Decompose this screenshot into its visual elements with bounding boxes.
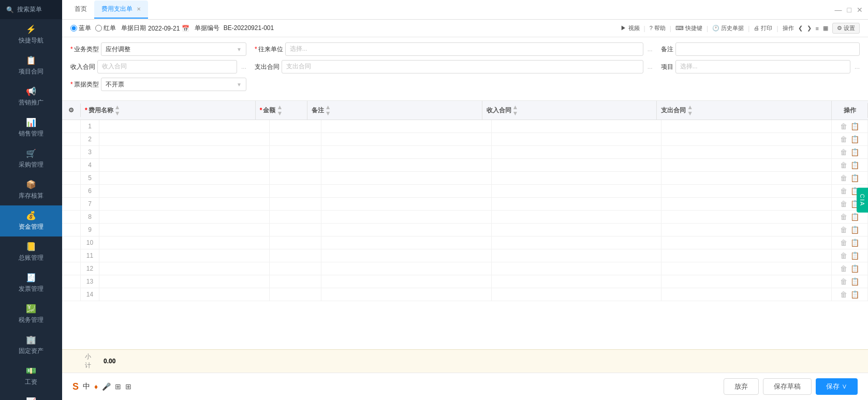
toolbar-video[interactable]: ▶ 视频	[621, 24, 639, 32]
td-amount-11[interactable]	[270, 249, 321, 262]
td-expense-2[interactable]	[661, 133, 832, 145]
row-delete-6[interactable]: 🗑	[840, 187, 847, 195]
sidebar-item-invoice[interactable]: 🧾发票管理	[0, 268, 62, 299]
row-copy-2[interactable]: 📋	[850, 135, 859, 143]
counterpart-input[interactable]: 选择...	[285, 42, 643, 56]
mic-icon[interactable]: 🎤	[102, 382, 111, 391]
td-income-2[interactable]	[492, 133, 662, 145]
brand-icon-s[interactable]: S	[72, 381, 79, 392]
save-draft-button[interactable]: 保存草稿	[763, 378, 812, 395]
td-income-14[interactable]	[492, 288, 662, 301]
td-income-4[interactable]	[492, 159, 662, 171]
td-amount-14[interactable]	[270, 288, 321, 301]
radio-blue-label[interactable]: 蓝单	[70, 24, 91, 33]
th-name-sort[interactable]: ▲▼	[114, 104, 121, 116]
td-expense-5[interactable]	[661, 172, 832, 184]
td-expense-11[interactable]	[661, 249, 832, 262]
row-delete-8[interactable]: 🗑	[840, 213, 847, 221]
td-expense-6[interactable]	[661, 185, 832, 197]
row-delete-11[interactable]: 🗑	[840, 251, 847, 260]
project-input[interactable]: 选择...	[675, 60, 850, 73]
td-income-10[interactable]	[492, 236, 662, 249]
td-name-7[interactable]	[99, 198, 270, 210]
window-maximize[interactable]: □	[847, 6, 851, 14]
toolbar-view-list[interactable]: ≡	[816, 25, 819, 32]
invoice-type-select[interactable]: 不开票 ▼	[101, 78, 246, 91]
toolbar-help[interactable]: ? 帮助	[650, 24, 666, 32]
sidebar-item-operations[interactable]: 📈经营管理	[0, 392, 62, 400]
save-button[interactable]: 保存 ∨	[816, 378, 858, 395]
td-income-6[interactable]	[492, 185, 662, 197]
toolbar-history[interactable]: 🕐 历史单据	[712, 24, 744, 32]
sidebar-item-fixed-assets[interactable]: 🏢固定资产	[0, 330, 62, 361]
th-settings[interactable]: ⚙	[62, 103, 81, 117]
td-expense-4[interactable]	[661, 159, 832, 171]
income-contract-input[interactable]: 收入合同	[97, 60, 237, 73]
tab-expense[interactable]: 费用支出单 ✕	[94, 1, 148, 19]
td-note-5[interactable]	[321, 172, 492, 184]
th-expense-contract-sort[interactable]: ▲▼	[687, 104, 693, 116]
td-name-13[interactable]	[99, 275, 270, 288]
td-amount-7[interactable]	[270, 198, 321, 210]
sidebar-item-accounting[interactable]: 📒总账管理	[0, 236, 62, 268]
td-expense-7[interactable]	[661, 198, 832, 210]
toolbar-nav-prev[interactable]: ❮	[798, 25, 803, 32]
td-note-10[interactable]	[321, 236, 492, 249]
chinese-icon[interactable]: 中	[83, 382, 90, 391]
td-name-10[interactable]	[99, 236, 270, 249]
td-amount-1[interactable]	[270, 120, 321, 132]
td-amount-3[interactable]	[270, 146, 321, 158]
td-name-1[interactable]	[99, 120, 270, 132]
row-delete-5[interactable]: 🗑	[840, 174, 847, 182]
td-amount-4[interactable]	[270, 159, 321, 171]
td-name-11[interactable]	[99, 249, 270, 262]
row-delete-4[interactable]: 🗑	[840, 161, 847, 169]
counterpart-dots[interactable]: ...	[648, 46, 653, 53]
td-name-14[interactable]	[99, 288, 270, 301]
discard-button[interactable]: 放弃	[724, 378, 759, 395]
expense-contract-dots[interactable]: ...	[648, 63, 653, 70]
row-copy-4[interactable]: 📋	[850, 161, 859, 169]
row-copy-11[interactable]: 📋	[850, 251, 859, 260]
row-copy-13[interactable]: 📋	[850, 277, 859, 286]
row-delete-14[interactable]: 🗑	[840, 290, 847, 299]
td-note-3[interactable]	[321, 146, 492, 158]
td-amount-2[interactable]	[270, 133, 321, 145]
toolbar-print[interactable]: 🖨 打印	[754, 24, 772, 32]
td-note-11[interactable]	[321, 249, 492, 262]
project-dots[interactable]: ...	[855, 63, 860, 70]
row-copy-5[interactable]: 📋	[850, 174, 859, 182]
td-name-6[interactable]	[99, 185, 270, 197]
td-name-4[interactable]	[99, 159, 270, 171]
td-income-5[interactable]	[492, 172, 662, 184]
td-income-1[interactable]	[492, 120, 662, 132]
sidebar-item-quick-nav[interactable]: ⚡快捷导航	[0, 19, 62, 50]
row-copy-8[interactable]: 📋	[850, 213, 859, 221]
td-note-6[interactable]	[321, 185, 492, 197]
td-expense-3[interactable]	[661, 146, 832, 158]
td-note-2[interactable]	[321, 133, 492, 145]
row-delete-9[interactable]: 🗑	[840, 226, 847, 234]
window-close[interactable]: ✕	[857, 6, 863, 14]
td-income-11[interactable]	[492, 249, 662, 262]
td-amount-5[interactable]	[270, 172, 321, 184]
expense-contract-input[interactable]: 支出合同	[282, 60, 643, 73]
sidebar-item-tax[interactable]: 💹税务管理	[0, 299, 62, 330]
sidebar-item-project-contract[interactable]: 📋项目合同	[0, 50, 62, 81]
sidebar-item-sales[interactable]: 📊销售管理	[0, 112, 62, 143]
row-delete-13[interactable]: 🗑	[840, 277, 847, 286]
remark-input[interactable]	[675, 42, 860, 56]
td-expense-9[interactable]	[661, 224, 832, 236]
diamond-icon[interactable]: ♦	[94, 382, 98, 391]
sidebar-item-marketing[interactable]: 📢营销推广	[0, 81, 62, 112]
radio-blue[interactable]	[70, 25, 77, 32]
td-income-7[interactable]	[492, 198, 662, 210]
grid-icon-2[interactable]: ⊞	[125, 382, 131, 391]
date-value[interactable]: 2022-09-21	[148, 25, 180, 32]
row-delete-3[interactable]: 🗑	[840, 148, 847, 156]
tab-expense-close[interactable]: ✕	[137, 6, 141, 12]
td-amount-8[interactable]	[270, 211, 321, 223]
td-note-7[interactable]	[321, 198, 492, 210]
td-note-13[interactable]	[321, 275, 492, 288]
td-amount-12[interactable]	[270, 262, 321, 275]
